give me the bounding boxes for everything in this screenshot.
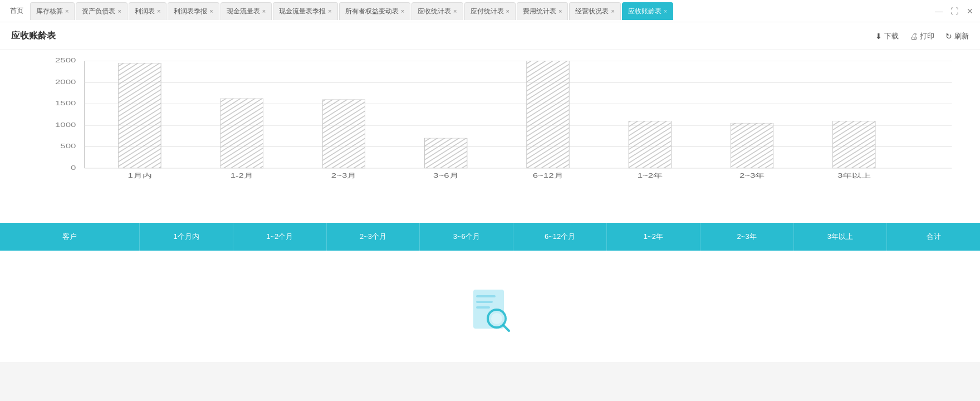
svg-text:6~12月: 6~12月 xyxy=(533,172,564,179)
window-controls: — ⛶ ✕ xyxy=(933,6,976,17)
svg-text:2500: 2500 xyxy=(55,57,76,64)
svg-text:2~3月: 2~3月 xyxy=(331,172,356,179)
close-cashflow-tab[interactable]: × xyxy=(262,8,266,14)
tab-operation[interactable]: 经营状况表 × xyxy=(569,2,620,20)
col-year2to3: 2~3年 xyxy=(700,223,794,251)
col-year3plus: 3年以上 xyxy=(794,223,888,251)
svg-rect-14 xyxy=(119,63,161,168)
close-ap-stat-tab[interactable]: × xyxy=(506,8,509,14)
svg-line-35 xyxy=(503,325,509,331)
svg-text:2000: 2000 xyxy=(55,79,76,85)
chart-container: 0 500 1000 1500 2000 2500 1月内 1-2月 2~3月 xyxy=(0,50,980,217)
svg-rect-33 xyxy=(476,306,490,309)
svg-text:500: 500 xyxy=(60,143,76,150)
svg-rect-26 xyxy=(731,123,773,168)
svg-rect-31 xyxy=(476,295,496,297)
close-cashflow-quarterly-tab[interactable]: × xyxy=(328,8,331,14)
col-month1to2: 1~2个月 xyxy=(233,223,327,251)
download-button[interactable]: ⬇ 下载 xyxy=(875,31,899,41)
empty-state xyxy=(0,251,980,362)
tab-ar-aging[interactable]: 应收账龄表 × xyxy=(622,2,673,20)
page-header: 应收账龄表 ⬇ 下载 🖨 打印 ↻ 刷新 xyxy=(0,22,980,50)
close-expense-tab[interactable]: × xyxy=(558,8,562,14)
svg-text:0: 0 xyxy=(71,164,76,171)
col-month3to6: 3~6个月 xyxy=(420,223,513,251)
close-ar-stat-tab[interactable]: × xyxy=(453,8,457,14)
tab-ar-stat[interactable]: 应收统计表 × xyxy=(411,2,463,20)
col-total: 合计 xyxy=(887,223,980,251)
print-icon: 🖨 xyxy=(910,32,918,41)
svg-text:2~3年: 2~3年 xyxy=(739,172,765,179)
refresh-button[interactable]: ↻ 刷新 xyxy=(945,31,969,41)
bar-chart: 0 500 1000 1500 2000 2500 1月内 1-2月 2~3月 xyxy=(33,56,969,195)
tab-cashflow[interactable]: 现金流量表 × xyxy=(220,2,272,20)
minimize-button[interactable]: — xyxy=(933,6,944,17)
svg-text:1~2年: 1~2年 xyxy=(638,172,663,179)
svg-text:1500: 1500 xyxy=(55,100,76,107)
tab-profit-quarterly[interactable]: 利润表季报 × xyxy=(168,2,219,20)
refresh-icon: ↻ xyxy=(945,32,952,41)
empty-icon xyxy=(462,284,518,340)
tab-home[interactable]: 首页 xyxy=(4,6,29,16)
svg-text:3年以上: 3年以上 xyxy=(837,172,871,179)
svg-text:1000: 1000 xyxy=(55,121,76,128)
tab-ap-stat[interactable]: 应付统计表 × xyxy=(464,2,516,20)
close-operation-tab[interactable]: × xyxy=(611,8,614,14)
close-balance-tab[interactable]: × xyxy=(117,8,121,14)
svg-text:1月内: 1月内 xyxy=(128,172,151,179)
svg-rect-28 xyxy=(833,121,875,168)
tab-bar: 首页 库存核算 × 资产负债表 × 利润表 × 利润表季报 × 现金流量表 × … xyxy=(0,0,980,22)
close-profit-tab[interactable]: × xyxy=(157,8,160,14)
maximize-button[interactable]: ⛶ xyxy=(949,6,960,17)
tab-profit[interactable]: 利润表 × xyxy=(129,2,166,20)
close-button[interactable]: ✕ xyxy=(964,6,976,17)
tab-expense[interactable]: 费用统计表 × xyxy=(517,2,568,20)
svg-rect-24 xyxy=(629,121,671,168)
svg-rect-22 xyxy=(527,61,569,168)
svg-text:1-2月: 1-2月 xyxy=(231,172,253,179)
svg-text:3~6月: 3~6月 xyxy=(433,172,458,179)
tab-cashflow-quarterly[interactable]: 现金流量表季报 × xyxy=(273,2,337,20)
page-title: 应收账龄表 xyxy=(11,30,56,42)
svg-point-36 xyxy=(491,313,502,324)
col-year1to2: 1~2年 xyxy=(607,223,700,251)
close-equity-tab[interactable]: × xyxy=(401,8,404,14)
col-customer: 客户 xyxy=(0,223,140,251)
tab-balance[interactable]: 资产负债表 × xyxy=(76,2,127,20)
col-month1: 1个月内 xyxy=(140,223,233,251)
svg-rect-32 xyxy=(476,301,493,303)
svg-rect-16 xyxy=(220,99,263,168)
header-actions: ⬇ 下载 🖨 打印 ↻ 刷新 xyxy=(875,31,969,41)
tab-inventory[interactable]: 库存核算 × xyxy=(30,2,75,20)
print-button[interactable]: 🖨 打印 xyxy=(910,31,934,41)
close-ar-aging-tab[interactable]: × xyxy=(664,8,667,14)
content-area: 0 500 1000 1500 2000 2500 1月内 1-2月 2~3月 xyxy=(0,50,980,362)
close-profit-quarterly-tab[interactable]: × xyxy=(209,8,213,14)
close-inventory-tab[interactable]: × xyxy=(65,8,68,14)
download-icon: ⬇ xyxy=(875,32,882,41)
tab-equity[interactable]: 所有者权益变动表 × xyxy=(339,2,410,20)
svg-rect-20 xyxy=(425,138,467,168)
svg-rect-18 xyxy=(322,100,365,168)
col-month6to12: 6~12个月 xyxy=(513,223,607,251)
table-header: 客户 1个月内 1~2个月 2~3个月 3~6个月 6~12个月 1~2年 2~… xyxy=(0,223,980,251)
col-month2to3: 2~3个月 xyxy=(327,223,420,251)
